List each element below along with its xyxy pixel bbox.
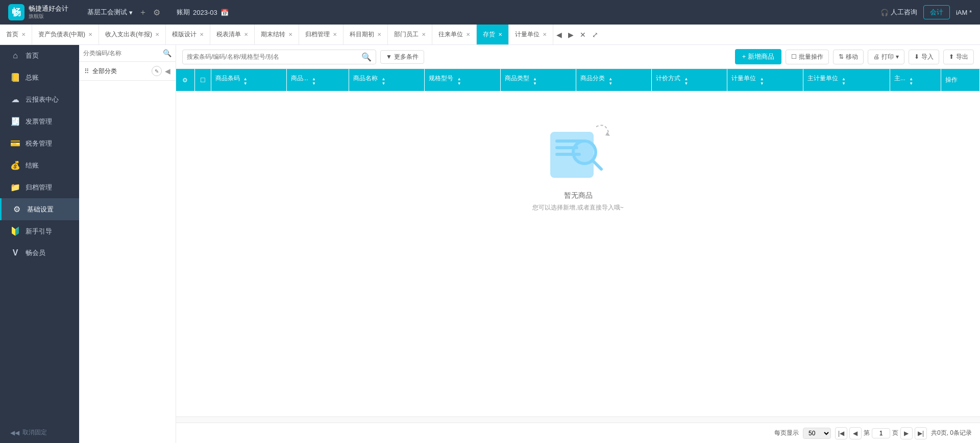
tab-contacts[interactable]: 往来单位 ✕ — [432, 25, 477, 45]
filter-icon: ▼ — [386, 53, 392, 60]
checkout-icon: 💰 — [10, 160, 20, 170]
page-size-select[interactable]: 10 20 50 100 — [803, 428, 831, 439]
sidebar-item-member[interactable]: V 畅会员 — [0, 242, 79, 264]
tab-period-label: 期末结转 — [261, 30, 285, 39]
dropdown-icon[interactable]: ▾ — [129, 9, 133, 16]
page-number-input[interactable] — [872, 428, 890, 438]
move-button[interactable]: ⇅ 移动 — [833, 50, 864, 64]
panel-collapse-btn[interactable]: ◀ — [165, 67, 170, 75]
sidebar-guide-label: 新手引导 — [26, 227, 52, 236]
print-button[interactable]: 🖨 打印 ▾ — [868, 50, 904, 64]
product-search-icon[interactable]: 🔍 — [361, 52, 372, 62]
page-last-btn[interactable]: ▶| — [915, 427, 927, 439]
sidebar-collapse-btn[interactable]: ◀◀ 取消固定 — [0, 422, 79, 443]
sidebar-item-invoice[interactable]: 🧾 发票管理 — [0, 110, 79, 132]
tree-all-label[interactable]: 全部分类 — [92, 67, 149, 76]
tab-tax-close[interactable]: ✕ — [244, 32, 248, 37]
company-name[interactable]: 基层工会测试 ▾ — [87, 8, 133, 17]
tab-balance[interactable]: 资产负债表(中期) ✕ — [32, 25, 99, 45]
col-main-unit[interactable]: 主计量单位 ▲▼ — [803, 69, 890, 91]
tab-income[interactable]: 收入支出表(年报) ✕ — [99, 25, 166, 45]
tab-unit[interactable]: 计量单位 ✕ — [509, 25, 553, 45]
sidebar-checkout-label: 结账 — [26, 161, 39, 170]
tab-template[interactable]: 模版设计 ✕ — [166, 25, 210, 45]
category-search-icon[interactable]: 🔍 — [163, 49, 172, 57]
sidebar-member-label: 畅会员 — [26, 248, 45, 258]
sidebar-archive-label: 归档管理 — [26, 183, 52, 192]
main-layout: ⌂ 首页 📒 总账 ☁ 云报表中心 🧾 发票管理 💳 税务管理 💰 结账 📁 归… — [0, 45, 980, 443]
calendar-icon[interactable]: 📅 — [220, 9, 229, 16]
tab-inventory-label: 存货 — [483, 30, 495, 39]
col-barcode[interactable]: 商品条码 ▲▼ — [211, 69, 286, 91]
category-search-input[interactable] — [83, 50, 161, 57]
sidebar-item-reports[interactable]: ☁ 云报表中心 — [0, 88, 79, 110]
col-unit[interactable]: 计量单位 ▲▼ — [727, 69, 803, 91]
empty-state: 暂无商品 您可以选择新增,或者直接导入哦~ — [176, 91, 980, 232]
tab-subject[interactable]: 科目期初 ✕ — [344, 25, 388, 45]
page-prev-btn[interactable]: ◀ — [849, 427, 862, 439]
sidebar-item-tax[interactable]: 💳 税务管理 — [0, 132, 79, 154]
tab-contacts-close[interactable]: ✕ — [466, 32, 470, 37]
service-button[interactable]: 🎧 人工咨询 — [880, 8, 917, 17]
col-settings[interactable]: ⚙ — [176, 69, 194, 91]
col-category[interactable]: 商品分类 ▲▼ — [576, 69, 651, 91]
col-price-method[interactable]: 计价方式 ▲▼ — [652, 69, 727, 91]
tab-unit-close[interactable]: ✕ — [543, 32, 547, 37]
col-checkbox[interactable]: ☐ — [194, 69, 211, 91]
col-spec[interactable]: 规格型号 ▲▼ — [425, 69, 500, 91]
tab-tax[interactable]: 税表清单 ✕ — [210, 25, 255, 45]
col-type[interactable]: 商品类型 ▲▼ — [500, 69, 576, 91]
settings-icon[interactable]: ⚙ — [153, 8, 160, 17]
sidebar-ledger-label: 总账 — [26, 73, 39, 82]
logo-icon: 畅 — [8, 4, 24, 20]
add-product-button[interactable]: + 新增商品 — [735, 49, 781, 64]
sidebar-item-ledger[interactable]: 📒 总账 — [0, 66, 79, 88]
account-button[interactable]: 会计 — [923, 5, 950, 19]
import-button[interactable]: ⬇ 导入 — [909, 50, 939, 64]
filter-button[interactable]: ▼ 更多条件 — [380, 50, 424, 64]
tab-close-all[interactable]: ✕ — [577, 31, 589, 39]
tab-subject-close[interactable]: ✕ — [377, 32, 381, 37]
col-name[interactable]: 商品名称 ▲▼ — [349, 69, 425, 91]
page-next-btn[interactable]: ▶ — [900, 427, 913, 439]
batch-button[interactable]: ☐ 批量操作 — [786, 50, 829, 64]
col-code[interactable]: 商品... ▲▼ — [286, 69, 349, 91]
tab-fullscreen[interactable]: ⤢ — [589, 31, 601, 39]
tab-nav-left[interactable]: ◀ — [553, 31, 565, 39]
tab-dept-close[interactable]: ✕ — [422, 32, 426, 37]
sidebar-item-checkout[interactable]: 💰 结账 — [0, 154, 79, 176]
add-icon[interactable]: ＋ — [139, 7, 147, 18]
page-first-btn[interactable]: |◀ — [835, 427, 847, 439]
tab-archive[interactable]: 归档管理 ✕ — [299, 25, 344, 45]
svg-line-6 — [593, 160, 601, 169]
sidebar-item-archive[interactable]: 📁 归档管理 — [0, 176, 79, 198]
tab-nav-right[interactable]: ▶ — [565, 31, 577, 39]
horizontal-scrollbar[interactable] — [176, 416, 980, 423]
tree-edit-btn[interactable]: ✎ — [152, 66, 162, 76]
sidebar-item-guide[interactable]: 🔰 新手引导 — [0, 220, 79, 242]
col-main-short[interactable]: 主... ▲▼ — [890, 69, 941, 91]
sidebar-item-home[interactable]: ⌂ 首页 — [0, 45, 79, 66]
tab-archive-close[interactable]: ✕ — [333, 32, 337, 37]
tree-actions: ✎ — [152, 66, 162, 76]
settings-gear-icon: ⚙ — [12, 204, 22, 214]
tab-inventory-close[interactable]: ✕ — [498, 32, 502, 37]
tab-period[interactable]: 期末结转 ✕ — [255, 25, 299, 45]
export-button[interactable]: ⬆ 导出 — [943, 50, 974, 64]
headset-icon: 🎧 — [880, 9, 889, 16]
product-table: ⚙ ☐ 商品条码 ▲▼ 商品... ▲▼ — [176, 69, 980, 91]
user-label[interactable]: iAM * — [956, 9, 972, 16]
tab-home-close[interactable]: ✕ — [21, 32, 26, 37]
tab-balance-close[interactable]: ✕ — [88, 32, 92, 37]
tab-income-close[interactable]: ✕ — [155, 32, 159, 37]
empty-desc: 您可以选择新增,或者直接导入哦~ — [532, 203, 623, 212]
tab-inventory[interactable]: 存货 ✕ — [477, 25, 509, 45]
sidebar-item-settings[interactable]: ⚙ 基础设置 — [0, 198, 79, 220]
tab-template-close[interactable]: ✕ — [200, 32, 204, 37]
sidebar-tax-label: 税务管理 — [26, 139, 52, 148]
tab-period-close[interactable]: ✕ — [288, 32, 292, 37]
tab-dept[interactable]: 部门员工 ✕ — [388, 25, 432, 45]
product-search-input[interactable] — [187, 53, 358, 60]
export-icon: ⬆ — [949, 53, 954, 60]
tab-home[interactable]: 首页 ✕ — [0, 25, 32, 45]
